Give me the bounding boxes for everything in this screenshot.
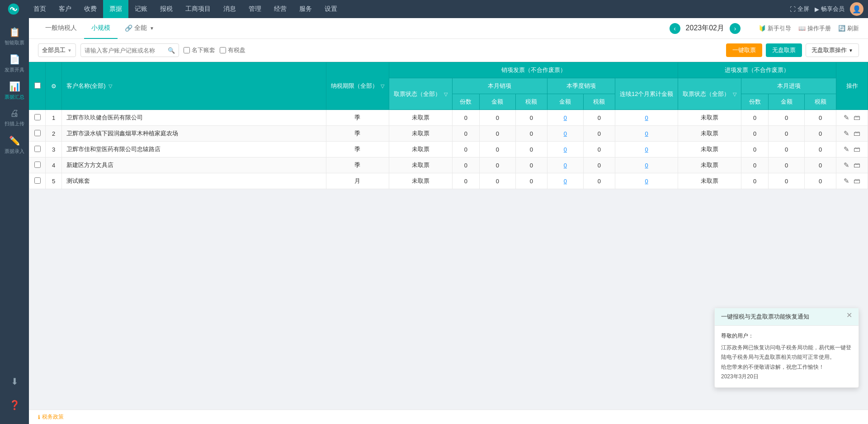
edit-icon[interactable]: ✎ [844, 129, 849, 137]
my-accounts-checkbox[interactable] [184, 47, 190, 53]
sidebar-item-invoice-summary[interactable]: 📊 票据汇总 [0, 77, 29, 104]
row-p-month-count: 0 [741, 126, 769, 142]
row-s-month-count: 0 [452, 142, 479, 157]
select-all-checkbox[interactable] [34, 82, 41, 89]
employee-filter-select[interactable]: 全部员工 ▼ [38, 43, 76, 57]
no-disk-ops-button[interactable]: 无盘取票操作 ▼ [806, 43, 859, 57]
sales-status-filter-icon[interactable]: ▽ [444, 91, 448, 97]
row-checkbox[interactable] [34, 130, 41, 136]
member-button[interactable]: ▶ 畅享会员 [815, 5, 844, 13]
tax-disk-checkbox-label[interactable]: 有税盘 [220, 46, 245, 54]
nav-items: 首页 客户 收费 票据 记账 报税 工商项目 消息 管理 经营 服务 设置 [27, 0, 790, 18]
sidebar-bottom: ⬇ ❓ [0, 372, 29, 424]
client-name-filter-icon[interactable]: ▽ [108, 83, 112, 89]
edit-icon[interactable]: ✎ [844, 114, 849, 121]
nav-message[interactable]: 消息 [217, 0, 242, 18]
notification-popup: 一键报税与无盘取票功能恢复通知 ✕ 尊敬的用户： 江苏政务网已恢复访问电子税务局… [714, 308, 859, 388]
row-index-cell: 4 [46, 157, 62, 173]
nav-operation[interactable]: 经营 [268, 0, 293, 18]
svg-point-1 [12, 8, 14, 10]
nav-service[interactable]: 服务 [293, 0, 318, 18]
detail-icon[interactable]: 🗃 [854, 114, 860, 121]
sidebar-item-smart-ticket[interactable]: 📋 智能取票 [0, 23, 29, 50]
search-icon[interactable]: 🔍 [168, 47, 175, 54]
no-disk-ticket-button[interactable]: 无盘取票 [766, 43, 802, 57]
my-accounts-checkbox-label[interactable]: 名下账套 [184, 46, 215, 54]
tax-disk-checkbox[interactable] [220, 47, 226, 53]
row-period: 季 [326, 157, 389, 173]
refresh-icon: 🔄 [838, 25, 845, 32]
client-search-wrapper: 🔍 [80, 43, 179, 57]
client-search-input[interactable] [85, 47, 166, 54]
th-checkbox [29, 62, 46, 110]
th-tax-period: 纳税期限（全部） ▽ [326, 62, 389, 110]
row-checkbox[interactable] [34, 114, 41, 120]
edit-icon[interactable]: ✎ [844, 177, 849, 185]
row-p-month-tax: 0 [805, 126, 836, 142]
nav-home[interactable]: 首页 [27, 0, 52, 18]
nav-right-actions: ⛶ 全屏 ▶ 畅享会员 👤 [790, 2, 863, 16]
row-p-month-amount: 0 [769, 173, 805, 189]
row-purchase-status: 未取票 [678, 173, 741, 189]
nav-fee[interactable]: 收费 [78, 0, 103, 18]
tax-policy-link[interactable]: ℹ 税务政策 [38, 413, 64, 421]
tab-general-taxpayer[interactable]: 一般纳税人 [38, 18, 84, 39]
guide-button[interactable]: 🔰 新手引导 [759, 24, 791, 33]
th-s-month-count: 份数 [452, 94, 479, 110]
row-s-month-tax: 0 [515, 142, 547, 157]
refresh-button[interactable]: 🔄 刷新 [838, 24, 859, 33]
nav-invoice[interactable]: 票据 [103, 0, 128, 18]
period-next-button[interactable]: › [730, 23, 741, 34]
fullscreen-button[interactable]: ⛶ 全屏 [790, 5, 809, 13]
toolbar: 全部员工 ▼ 🔍 名下账套 有税盘 一键取票 无盘取票 无盘取票操作 ▼ [29, 39, 868, 62]
row-checkbox-cell [29, 126, 46, 142]
tab-all-capable[interactable]: 🔗 全能 ▼ [118, 18, 161, 39]
manual-button[interactable]: 📖 操作手册 [798, 24, 831, 33]
sidebar-download-button[interactable]: ⬇ [0, 372, 29, 391]
th-quarterly-sales: 本季度销项 [547, 78, 615, 94]
user-avatar[interactable]: 👤 [850, 2, 863, 16]
table-row: 2 卫辉市汲水镇下园润鑫烟草木种植家庭农场 季 未取票 0 0 0 0 0 0 … [29, 126, 868, 142]
tax-period-filter-icon[interactable]: ▽ [381, 83, 384, 89]
row-checkbox-cell [29, 157, 46, 173]
table-row: 1 卫辉市玖玖健合医药有限公司 季 未取票 0 0 0 0 0 0 未取票 0 … [29, 110, 868, 126]
table-row: 4 新建区方方文具店 季 未取票 0 0 0 0 0 0 未取票 0 0 0 ✎… [29, 157, 868, 173]
row-client-name: 卫辉市佳和堂医药有限公司忠辕路店 [62, 142, 326, 157]
row-period: 季 [326, 110, 389, 126]
settings-icon[interactable]: ⚙ [51, 83, 57, 90]
sidebar-item-scan-upload[interactable]: 🖨 扫描上传 [0, 104, 29, 131]
row-sales-status: 未取票 [389, 157, 453, 173]
one-click-ticket-button[interactable]: 一键取票 [726, 43, 762, 57]
purchase-status-filter-icon[interactable]: ▽ [733, 91, 736, 97]
row-s-month-amount: 0 [479, 157, 515, 173]
invoice-summary-icon: 📊 [9, 81, 20, 92]
edit-icon[interactable]: ✎ [844, 145, 849, 153]
row-period: 季 [326, 126, 389, 142]
sidebar-item-invoice-entry[interactable]: ✏️ 票据录入 [0, 131, 29, 158]
row-actions: ✎ 🗃 [836, 157, 868, 173]
nav-client[interactable]: 客户 [52, 0, 78, 18]
nav-business[interactable]: 工商项目 [179, 0, 217, 18]
nav-settings[interactable]: 设置 [318, 0, 344, 18]
th-s-month-amount: 金额 [479, 94, 515, 110]
detail-icon[interactable]: 🗃 [854, 145, 860, 153]
row-checkbox[interactable] [34, 162, 41, 168]
sidebar-item-invoice-issue[interactable]: 📄 发票开具 [0, 50, 29, 77]
edit-icon[interactable]: ✎ [844, 161, 849, 169]
detail-icon[interactable]: 🗃 [854, 177, 860, 185]
period-prev-button[interactable]: ‹ [670, 23, 680, 34]
nav-manage[interactable]: 管理 [242, 0, 268, 18]
row-checkbox[interactable] [34, 177, 41, 184]
nav-tax[interactable]: 报税 [154, 0, 179, 18]
row-p-month-tax: 0 [805, 142, 836, 157]
detail-icon[interactable]: 🗃 [854, 129, 860, 137]
sidebar-help-button[interactable]: ❓ [0, 395, 29, 415]
notification-close-button[interactable]: ✕ [846, 312, 852, 319]
detail-icon[interactable]: 🗃 [854, 161, 860, 169]
logo[interactable] [5, 0, 23, 18]
header-actions: 🔰 新手引导 📖 操作手册 🔄 刷新 [759, 24, 859, 33]
tab-small-scale[interactable]: 小规模 [84, 18, 118, 39]
row-checkbox[interactable] [34, 146, 41, 152]
row-period: 月 [326, 173, 389, 189]
nav-bookkeeping[interactable]: 记账 [128, 0, 154, 18]
